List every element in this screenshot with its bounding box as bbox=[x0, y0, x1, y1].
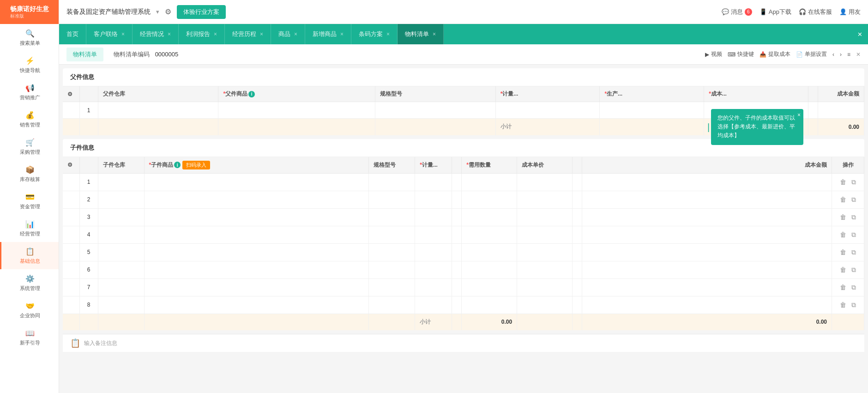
trial-button[interactable]: 体验行业方案 bbox=[177, 5, 226, 19]
child-cell-spec-7[interactable] bbox=[369, 296, 415, 314]
app-download-item[interactable]: 📱 App下载 bbox=[760, 8, 791, 16]
delete-row-btn-5[interactable]: 🗑 bbox=[838, 265, 848, 274]
nav-tab-close-7[interactable]: × bbox=[386, 31, 390, 37]
scan-input-btn[interactable]: 扫码录入 bbox=[182, 161, 210, 169]
child-cell-warehouse-1[interactable] bbox=[98, 191, 144, 208]
child-cell-warehouse-4[interactable] bbox=[98, 243, 144, 261]
sidebar-item-5[interactable]: 📦库存核算 bbox=[0, 160, 59, 187]
child-cell-warehouse-6[interactable] bbox=[98, 278, 144, 296]
sidebar-item-3[interactable]: 💰销售管理 bbox=[0, 106, 59, 133]
nav-tab-5[interactable]: 商品× bbox=[271, 24, 305, 44]
child-cell-unit-0[interactable] bbox=[415, 173, 452, 191]
nav-tab-close-5[interactable]: × bbox=[294, 31, 297, 37]
child-cell-warehouse-3[interactable] bbox=[98, 226, 144, 243]
shortcut-action[interactable]: ⌨ 快捷键 bbox=[728, 50, 754, 58]
nav-close-all-btn[interactable]: ✕ bbox=[852, 31, 868, 38]
copy-row-btn-0[interactable]: ⧉ bbox=[850, 177, 858, 187]
delete-row-btn-7[interactable]: 🗑 bbox=[838, 300, 848, 309]
delete-row-btn-3[interactable]: 🗑 bbox=[838, 230, 848, 239]
child-cell-product-0[interactable] bbox=[144, 173, 369, 191]
user-item[interactable]: 👤 用友 bbox=[839, 8, 861, 16]
child-cell-warehouse-2[interactable] bbox=[98, 208, 144, 226]
sidebar-item-11[interactable]: 📖新手引导 bbox=[0, 324, 59, 351]
nav-tab-close-6[interactable]: × bbox=[340, 31, 344, 37]
child-cell-qty-0[interactable] bbox=[462, 173, 517, 191]
delete-row-btn-1[interactable]: 🗑 bbox=[838, 195, 848, 204]
child-cell-unit-1[interactable] bbox=[415, 191, 452, 208]
child-cell-spec-6[interactable] bbox=[369, 278, 415, 296]
delete-row-btn-2[interactable]: 🗑 bbox=[838, 212, 848, 222]
nav-tab-4[interactable]: 经营历程× bbox=[225, 24, 271, 44]
nav-tab-close-2[interactable]: × bbox=[168, 31, 171, 37]
child-cell-warehouse-7[interactable] bbox=[98, 296, 144, 314]
child-cell-qty-2[interactable] bbox=[462, 208, 517, 226]
nav-tab-0[interactable]: 首页 bbox=[59, 24, 86, 44]
copy-row-btn-3[interactable]: ⧉ bbox=[850, 230, 858, 240]
list-view-btn[interactable]: ≡ bbox=[847, 51, 850, 58]
delete-row-btn-6[interactable]: 🗑 bbox=[838, 283, 848, 292]
sidebar-item-8[interactable]: 📋基础信息 bbox=[0, 242, 59, 269]
sub-tab-material-list[interactable]: 物料清单 bbox=[66, 48, 103, 61]
nav-next-btn[interactable]: › bbox=[840, 51, 842, 58]
child-cell-spec-4[interactable] bbox=[369, 243, 415, 261]
child-cell-spec-2[interactable] bbox=[369, 208, 415, 226]
sidebar-item-4[interactable]: 🛒采购管理 bbox=[0, 133, 59, 160]
child-cell-unit-6[interactable] bbox=[415, 278, 452, 296]
tooltip-close-btn[interactable]: × bbox=[797, 111, 801, 120]
extract-cost-action[interactable]: 📥 提取成本 bbox=[760, 50, 790, 58]
settings-icon[interactable]: ⚙ bbox=[165, 7, 171, 16]
child-cell-qty-1[interactable] bbox=[462, 191, 517, 208]
child-cell-product-7[interactable] bbox=[144, 296, 369, 314]
copy-row-btn-1[interactable]: ⧉ bbox=[850, 195, 858, 205]
child-cell-unit-7[interactable] bbox=[415, 296, 452, 314]
delete-row-btn-4[interactable]: 🗑 bbox=[838, 248, 848, 257]
sidebar-item-7[interactable]: 📊经营管理 bbox=[0, 215, 59, 242]
child-cell-product-4[interactable] bbox=[144, 243, 369, 261]
child-cell-unit-5[interactable] bbox=[415, 261, 452, 278]
child-cell-unit-cost-7[interactable] bbox=[517, 296, 573, 314]
doc-settings-action[interactable]: 📄 单据设置 bbox=[796, 50, 827, 58]
child-cell-warehouse-5[interactable] bbox=[98, 261, 144, 278]
sidebar-item-6[interactable]: 💳资金管理 bbox=[0, 187, 59, 215]
child-cell-unit-4[interactable] bbox=[415, 243, 452, 261]
child-cell-qty-6[interactable] bbox=[462, 278, 517, 296]
message-item[interactable]: 💬 消息 6 bbox=[722, 8, 752, 16]
child-cell-unit-cost-1[interactable] bbox=[517, 191, 573, 208]
copy-row-btn-2[interactable]: ⧉ bbox=[850, 212, 858, 222]
copy-row-btn-7[interactable]: ⧉ bbox=[850, 300, 858, 310]
parent-cell-production[interactable] bbox=[600, 102, 704, 119]
child-cell-spec-0[interactable] bbox=[369, 173, 415, 191]
nav-tab-6[interactable]: 新增商品× bbox=[305, 24, 351, 44]
parent-cell-warehouse[interactable] bbox=[98, 102, 218, 119]
parent-cell-spec[interactable] bbox=[375, 102, 495, 119]
child-cell-spec-1[interactable] bbox=[369, 191, 415, 208]
nav-tab-close-8[interactable]: × bbox=[433, 31, 436, 37]
child-cell-spec-5[interactable] bbox=[369, 261, 415, 278]
dropdown-arrow-icon[interactable]: ▾ bbox=[156, 8, 159, 15]
video-action[interactable]: ▶ 视频 bbox=[705, 50, 722, 58]
parent-th-settings[interactable]: ⚙ bbox=[63, 86, 79, 102]
child-cell-unit-cost-5[interactable] bbox=[517, 261, 573, 278]
nav-tab-2[interactable]: 经营情况× bbox=[133, 24, 179, 44]
sidebar-item-1[interactable]: ⚡快捷导航 bbox=[0, 51, 59, 79]
copy-row-btn-5[interactable]: ⧉ bbox=[850, 265, 858, 275]
sidebar-item-10[interactable]: 🤝企业协同 bbox=[0, 296, 59, 324]
delete-row-btn-0[interactable]: 🗑 bbox=[838, 177, 848, 187]
child-cell-unit-cost-0[interactable] bbox=[517, 173, 573, 191]
child-cell-unit-3[interactable] bbox=[415, 226, 452, 243]
child-cell-warehouse-0[interactable] bbox=[98, 173, 144, 191]
child-cell-qty-4[interactable] bbox=[462, 243, 517, 261]
child-cell-product-1[interactable] bbox=[144, 191, 369, 208]
nav-tab-close-4[interactable]: × bbox=[260, 31, 263, 37]
child-cell-unit-cost-6[interactable] bbox=[517, 278, 573, 296]
nav-prev-btn[interactable]: ‹ bbox=[832, 51, 834, 58]
child-cell-unit-2[interactable] bbox=[415, 208, 452, 226]
online-service-item[interactable]: 🎧 在线客服 bbox=[799, 8, 832, 16]
child-cell-qty-3[interactable] bbox=[462, 226, 517, 243]
parent-cell-product[interactable] bbox=[218, 102, 375, 119]
sidebar-item-2[interactable]: 📢营销推广 bbox=[0, 79, 59, 106]
child-cell-product-6[interactable] bbox=[144, 278, 369, 296]
copy-row-btn-4[interactable]: ⧉ bbox=[850, 248, 858, 257]
nav-tab-7[interactable]: 条码方案× bbox=[351, 24, 398, 44]
child-cell-unit-cost-2[interactable] bbox=[517, 208, 573, 226]
